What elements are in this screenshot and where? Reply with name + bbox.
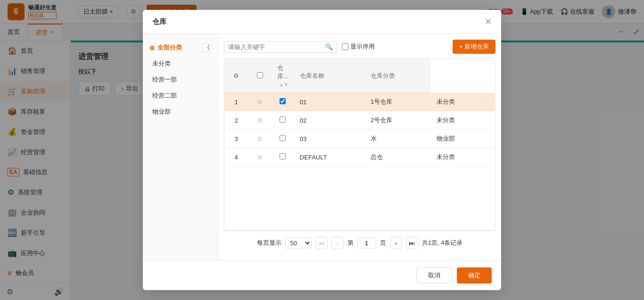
category-item-dept2[interactable]: 经营二部 [143,88,218,104]
row-name-cell: 水 [365,130,431,148]
col-header-check [248,59,272,93]
row-gear-cell: ⚙ [248,130,272,148]
dialog-body: ⊞ 全部分类 《 未分类 经营一部 经营二部 物业部 🔍 [143,34,501,260]
row-check-cell [272,93,294,111]
warehouse-dialog: 仓库 ✕ ⊞ 全部分类 《 未分类 经营一部 经营二部 物业部 [143,10,501,290]
category-collapse-btn[interactable]: 《 [203,43,211,52]
next-page-btn[interactable]: › [390,237,402,249]
row-category-cell: 未分类 [431,111,495,129]
row-num-cell: 01 [294,93,365,111]
first-page-btn[interactable]: ⏮ [315,237,328,249]
search-icon[interactable]: 🔍 [325,43,333,50]
row-gear-icon[interactable]: ⚙ [257,154,263,161]
category-item-dept1[interactable]: 经营一部 [143,72,218,88]
row-category-cell: 物业部 [431,130,495,148]
row-check-cell [272,111,294,130]
dialog-header: 仓库 ✕ [143,10,501,34]
show-disabled-checkbox[interactable] [342,43,348,50]
row-gear-cell: ⚙ [248,93,272,111]
prev-page-btn[interactable]: ‹ [331,237,344,249]
per-page-select[interactable]: 50 100 [285,237,312,249]
row-num-cell: 02 [294,111,365,130]
table-row[interactable]: 2 ⚙ 02 2号仓库 未分类 [224,111,495,130]
sort-code-icon[interactable]: ▲▼ [279,82,289,87]
col-header-category: 仓库分类 [365,59,431,93]
page-label: 第 [347,239,354,247]
confirm-button[interactable]: 确定 [457,267,492,283]
show-disabled-label[interactable]: 显示停用 [342,42,375,51]
row-checkbox[interactable] [280,135,286,141]
row-category-cell: 未分类 ··· [431,93,495,111]
row-gear-cell: ⚙ [248,111,272,130]
row-check-cell [272,130,294,148]
add-warehouse-btn[interactable]: + 新增仓库 [453,40,495,54]
row-gear-cell: ⚙ [248,148,272,167]
cancel-button[interactable]: 取消 [416,267,452,283]
page-number-input[interactable] [357,238,376,249]
last-page-btn[interactable]: ⏭ [406,237,418,249]
row-checkbox[interactable] [280,98,286,104]
category-sidebar: ⊞ 全部分类 《 未分类 经营一部 经营二部 物业部 [143,34,218,260]
row-check-cell [272,148,294,167]
row-name-cell: 总仓 [365,148,431,167]
table-row[interactable]: 1 ⚙ 01 1号仓库 未分类 ··· [224,93,495,111]
table-row[interactable]: 4 ⚙ DEFAULT 总仓 未分类 [224,148,495,167]
category-header-label: 全部分类 [157,43,182,52]
select-all-checkbox[interactable] [257,72,263,78]
row-checkbox[interactable] [280,117,286,123]
dialog-close-button[interactable]: ✕ [485,17,492,27]
category-header[interactable]: ⊞ 全部分类 《 [143,40,218,56]
row-index-cell: 1 [224,93,248,111]
row-index-cell: 3 [224,130,248,148]
modal-overlay: 仓库 ✕ ⊞ 全部分类 《 未分类 经营一部 经营二部 物业部 [0,0,644,300]
dialog-footer: 取消 确定 [143,260,501,290]
col-header-gear: ⚙ [224,59,248,93]
grid-icon: ⊞ [149,44,155,51]
row-checkbox[interactable] [280,153,286,159]
dialog-main-content: 🔍 显示停用 + 新增仓库 ⚙ [218,34,501,260]
pagination: 每页显示 50 100 ⏮ ‹ 第 页 › ⏭ 共1页, 4条记录 [224,231,495,255]
total-info: 共1页, 4条记录 [422,239,463,247]
warehouse-table: ⚙ 仓库... ▲▼ 仓库名称 [224,58,495,231]
row-gear-icon[interactable]: ⚙ [257,117,263,124]
col-header-name: 仓库名称 [294,59,365,93]
row-gear-icon[interactable]: ⚙ [257,135,263,142]
category-item-unclassified[interactable]: 未分类 [143,56,218,72]
row-index-cell: 2 [224,111,248,130]
row-num-cell: 03 [294,130,365,148]
col-header-code: 仓库... ▲▼ [272,59,294,93]
row-gear-icon[interactable]: ⚙ [257,99,263,106]
per-page-label: 每页显示 [257,239,281,247]
row-name-cell: 1号仓库 [365,93,431,111]
row-index-cell: 4 [224,148,248,167]
search-input[interactable] [228,43,325,50]
category-item-property[interactable]: 物业部 [143,104,218,120]
page-unit: 页 [380,239,386,247]
row-name-cell: 2号仓库 [365,111,431,130]
row-num-cell: DEFAULT [294,148,365,167]
dialog-title: 仓库 [152,17,166,26]
search-box: 🔍 [224,41,337,53]
table-row[interactable]: 3 ⚙ 03 水 物业部 [224,130,495,148]
row-category-cell: 未分类 [431,148,495,166]
dialog-toolbar: 🔍 显示停用 + 新增仓库 [224,40,495,54]
more-options-icon[interactable]: ··· [484,98,489,105]
